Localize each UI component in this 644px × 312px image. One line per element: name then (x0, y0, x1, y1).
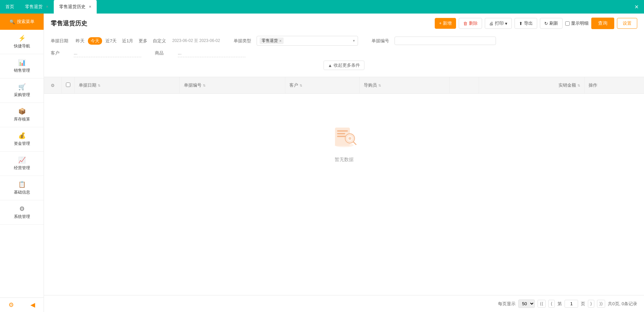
th-no[interactable]: 单据编号 ⇅ (180, 77, 285, 94)
th-date-sort[interactable]: 单据日期 ⇅ (79, 82, 175, 88)
delete-button[interactable]: 🗑 删除 (459, 18, 482, 29)
print-button[interactable]: 🖨 打印 ▾ (485, 18, 512, 29)
goods-filter-label: 商品 (155, 50, 175, 56)
date-opt-more[interactable]: 更多 (137, 37, 149, 45)
page-number-input[interactable] (565, 300, 578, 308)
th-customer[interactable]: 客户 ⇅ (285, 77, 359, 94)
toolbar: + 新增 🗑 删除 🖨 打印 ▾ ⬆ 导出 ↻ (435, 18, 637, 29)
display-detail-checkbox[interactable] (565, 21, 570, 26)
voucher-type-select[interactable]: 零售退货 × ▾ (257, 36, 358, 46)
sidebar-search[interactable]: 🔍 搜索菜单 (0, 14, 44, 30)
print-icon: 🖨 (489, 21, 494, 26)
sidebar-item-system[interactable]: ⚙ 系统管理 (0, 200, 44, 225)
th-amount[interactable]: 实销金额 ⇅ (479, 77, 584, 94)
collapse-icon: ▲ (328, 63, 332, 68)
sidebar-search-label: 搜索菜单 (17, 19, 34, 25)
first-page-button[interactable]: ⟨⟨ (538, 300, 546, 308)
window-close-button[interactable]: × (635, 3, 644, 11)
th-date-sort-icon: ⇅ (98, 84, 100, 87)
settings-button[interactable]: ⚙ (8, 301, 14, 309)
search-icon: 🔍 (9, 19, 15, 24)
voucher-no-field: 单据编号 (372, 37, 496, 45)
date-opt-7days[interactable]: 近7天 (103, 37, 119, 45)
th-customer-sort-icon: ⇅ (300, 84, 302, 87)
voucher-type-field: 单据类型 零售退货 × ▾ (234, 36, 358, 46)
th-guide-sort[interactable]: 导购员 ⇅ (364, 82, 445, 88)
sidebar-item-quick-nav[interactable]: ⚡ 快捷导航 (0, 30, 44, 54)
svg-rect-2 (337, 130, 348, 132)
tab-home[interactable]: 首页 (0, 0, 20, 14)
display-detail-label: 显示明细 (571, 20, 589, 26)
th-action: 操作 (584, 77, 644, 94)
set-button[interactable]: 设置 (617, 18, 637, 29)
next-page-button[interactable]: ⟩ (588, 300, 594, 308)
last-page-button[interactable]: ⟩⟩ (597, 300, 605, 308)
th-guide[interactable]: 导购员 ⇅ (360, 77, 450, 94)
date-range-display: 2023-06-02 至 2023-06-02 (172, 38, 220, 44)
sidebar-item-capital[interactable]: 💰 资金管理 (0, 127, 44, 152)
sidebar-item-label: 采购管理 (14, 92, 30, 98)
filter-row-2: 客户 商品 (51, 49, 637, 57)
query-button[interactable]: 查询 (591, 18, 614, 29)
sales-icon: 📊 (18, 59, 26, 66)
refresh-button[interactable]: ↻ 刷新 (540, 18, 563, 29)
sidebar-item-label: 快捷导航 (14, 43, 30, 49)
operations-icon: 📈 (18, 156, 26, 164)
collapse-filters-button[interactable]: ▲ 收起更多条件 (324, 61, 364, 70)
export-button[interactable]: ⬆ 导出 (515, 18, 537, 29)
customer-filter-field: 客户 (51, 49, 141, 57)
data-table: ⚙ 单据日期 ⇅ 单据编号 (44, 77, 644, 190)
page-header: 零售退货历史 + 新增 🗑 删除 🖨 打印 ▾ ⬆ 导出 (44, 14, 644, 77)
page-title-row: 零售退货历史 + 新增 🗑 删除 🖨 打印 ▾ ⬆ 导出 (51, 18, 637, 29)
sidebar-item-operations[interactable]: 📈 经营管理 (0, 152, 44, 176)
sidebar-item-basic-info[interactable]: 📋 基础信息 (0, 176, 44, 200)
date-opt-custom[interactable]: 自定义 (151, 37, 168, 45)
th-no-sort[interactable]: 单据编号 ⇅ (184, 82, 281, 88)
voucher-no-input[interactable] (395, 37, 496, 45)
display-detail-checkbox-wrap[interactable]: 显示明细 (565, 20, 589, 26)
table-settings-icon[interactable]: ⚙ (48, 81, 57, 90)
tab-retail-return-history-close[interactable]: × (89, 4, 91, 9)
page-size-label: 每页显示 (498, 301, 516, 307)
total-info: 共0页, 0条记录 (608, 301, 637, 307)
page-title: 零售退货历史 (51, 19, 87, 27)
content-area: 零售退货历史 + 新增 🗑 删除 🖨 打印 ▾ ⬆ 导出 (44, 14, 644, 312)
purchase-icon: 🛒 (18, 83, 26, 91)
th-checkbox[interactable] (62, 77, 75, 94)
table-footer: 每页显示 50 ⟨⟨ ⟨ 第 页 ⟩ ⟩⟩ 共0页, 0条记录 (44, 295, 644, 312)
select-all-checkbox[interactable] (66, 83, 70, 87)
sidebar-item-inventory[interactable]: 📦 库存核算 (0, 103, 44, 127)
sidebar-item-sales[interactable]: 📊 销售管理 (0, 54, 44, 79)
sidebar: 🔍 搜索菜单 ⚡ 快捷导航 📊 销售管理 🛒 采购管理 📦 库存核算 💰 资金管… (0, 14, 44, 312)
th-amount-sort[interactable]: 实销金额 ⇅ (483, 82, 580, 88)
date-opt-today[interactable]: 今天 (88, 37, 102, 45)
date-opt-1month[interactable]: 近1月 (120, 37, 135, 45)
prev-page-button[interactable]: ⟨ (548, 300, 555, 308)
date-opt-yesterday[interactable]: 昨天 (74, 37, 87, 45)
th-date[interactable]: 单据日期 ⇅ (75, 77, 180, 94)
new-button[interactable]: + 新增 (435, 18, 456, 29)
table-body: 暂无数据 (44, 94, 644, 190)
sidebar-bottom: ⚙ ◀ (0, 297, 44, 312)
tab-retail-return-history[interactable]: 零售退货历史 × (54, 0, 97, 14)
tab-retail-return-close[interactable]: × (46, 4, 48, 9)
page-unit: 页 (581, 301, 585, 307)
tag-close-icon[interactable]: × (279, 39, 282, 43)
collapse-sidebar-button[interactable]: ◀ (30, 301, 35, 309)
th-customer-sort[interactable]: 客户 ⇅ (289, 82, 355, 88)
capital-icon: 💰 (18, 132, 26, 139)
main-layout: 🔍 搜索菜单 ⚡ 快捷导航 📊 销售管理 🛒 采购管理 📦 库存核算 💰 资金管… (0, 14, 644, 312)
svg-point-8 (349, 137, 351, 140)
customer-input[interactable] (74, 49, 141, 57)
sidebar-item-purchase[interactable]: 🛒 采购管理 (0, 79, 44, 103)
tab-bar: 首页 零售退货 × 零售退货历史 × (0, 0, 635, 14)
th-no-label: 单据编号 (184, 82, 201, 88)
voucher-type-chevron-icon: ▾ (353, 39, 355, 43)
svg-rect-3 (337, 133, 345, 134)
goods-input[interactable] (178, 49, 245, 57)
th-date-label: 单据日期 (79, 82, 96, 88)
goods-filter-field: 商品 (155, 49, 245, 57)
sidebar-item-label: 销售管理 (14, 68, 30, 73)
tab-retail-return[interactable]: 零售退货 × (20, 0, 54, 14)
page-size-select[interactable]: 50 (518, 299, 535, 308)
